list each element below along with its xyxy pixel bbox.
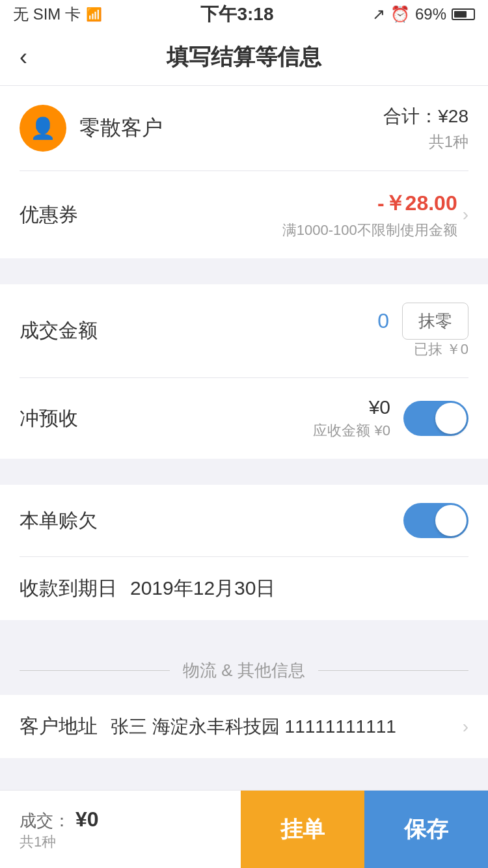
transaction-right: 0 抹零 [350,303,468,340]
due-date-label: 收款到期日 [20,575,117,602]
wifi-icon: 📶 [86,7,102,22]
status-left: 无 SIM 卡 📶 [13,4,102,25]
battery-percent: 69% [415,5,446,23]
logistics-line-right [318,670,468,671]
transaction-row: 成交金额 0 抹零 已抹 ￥0 [0,284,488,377]
customer-left: 👤 零散客户 [20,105,163,152]
coupon-right: -￥28.00 满1000-100不限制使用金额 [282,189,457,240]
gray-separator3 [0,633,488,646]
total-count: 共1种 [383,131,468,152]
nav-bar: ‹ 填写结算等信息 [0,29,488,86]
total-amount: 合计：¥28 [383,104,468,129]
debt-toggle[interactable] [403,503,468,538]
battery-bar [452,8,475,20]
gray-separator [0,271,488,284]
battery-fill [454,11,467,18]
save-label: 保存 [404,815,448,845]
coupon-discount: -￥28.00 [282,189,457,218]
coupon-description: 满1000-100不限制使用金额 [282,221,457,240]
logistics-section-header: 物流 & 其他信息 [0,646,488,695]
carrier-text: 无 SIM 卡 [13,4,81,25]
coupon-label: 优惠券 [20,202,78,228]
chevron-right-icon: › [463,204,468,225]
prepayment-sub-text: 应收金额 ¥0 [313,421,390,441]
prepayment-label: 冲预收 [20,405,78,432]
bottom-transaction-amount: ¥0 [75,807,99,832]
save-button[interactable]: 保存 [364,791,488,869]
customer-row: 👤 零散客户 合计：¥28 共1种 [0,86,488,170]
status-right: ↗ ⏰ 69% [372,5,475,23]
debt-toggle-knob [435,505,467,536]
due-date-value: 2019年12月30日 [130,575,275,602]
transaction-section: 成交金额 0 抹零 已抹 ￥0 冲预收 ¥0 应收金额 ¥0 [0,284,488,459]
avatar-icon: 👤 [30,116,56,141]
status-bar: 无 SIM 卡 📶 下午3:18 ↗ ⏰ 69% [0,0,488,29]
status-time: 下午3:18 [200,2,273,27]
bottom-info: 成交： ¥0 共1种 [0,807,241,852]
location-icon: ↗ [372,5,385,23]
address-label: 客户地址 [20,713,98,740]
logistics-label: 物流 & 其他信息 [183,659,305,682]
back-button[interactable]: ‹ [20,44,27,71]
prepayment-row: 冲预收 ¥0 应收金额 ¥0 [0,378,488,459]
bottom-bar: 成交： ¥0 共1种 挂单 保存 [0,790,488,868]
prepayment-right: ¥0 应收金额 ¥0 [313,396,468,441]
due-date-row[interactable]: 收款到期日 2019年12月30日 [0,557,488,620]
prepayment-amounts: ¥0 应收金额 ¥0 [313,396,390,441]
coupon-row[interactable]: 优惠券 -￥28.00 满1000-100不限制使用金额 › [0,171,488,258]
bottom-count: 共1种 [20,832,221,852]
toggle-knob [435,403,467,434]
address-chevron-icon: › [463,716,468,737]
transaction-amount-input[interactable]: 0 [350,309,389,333]
round-zero-button[interactable]: 抹零 [402,303,468,340]
hang-order-button[interactable]: 挂单 [241,791,364,869]
page-title: 填写结算等信息 [167,42,321,72]
debt-label: 本单赊欠 [20,508,98,534]
address-row[interactable]: 客户地址 张三 海淀永丰科技园 11111111111 › [0,695,488,758]
address-section: 客户地址 张三 海淀永丰科技园 11111111111 › [0,695,488,758]
prepayment-main-amount: ¥0 [313,396,390,418]
customer-name: 零散客户 [79,114,163,142]
transaction-label: 成交金额 [20,318,98,344]
logistics-line-left [20,670,170,671]
customer-right: 合计：¥28 共1种 [383,104,468,152]
debt-row: 本单赊欠 [0,485,488,556]
bottom-transaction-label: 成交： [20,809,70,832]
alarm-icon: ⏰ [390,5,410,23]
prepayment-toggle[interactable] [403,401,468,436]
customer-section: 👤 零散客户 合计：¥28 共1种 优惠券 -￥28.00 满1000-100不… [0,86,488,258]
address-value: 张三 海淀永丰科技园 11111111111 [111,714,457,739]
hang-order-label: 挂单 [280,815,325,845]
avatar: 👤 [20,105,66,152]
transaction-sub-text: 已抹 ￥0 [350,340,468,359]
debt-section: 本单赊欠 收款到期日 2019年12月30日 [0,485,488,620]
gray-separator2 [0,472,488,485]
